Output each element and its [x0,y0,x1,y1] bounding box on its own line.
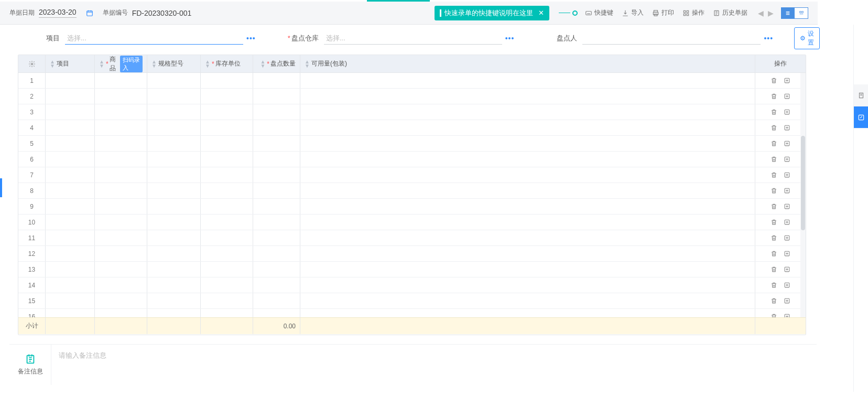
cell-unit[interactable] [201,199,253,214]
delete-icon[interactable] [771,203,777,210]
add-row-icon[interactable] [784,234,790,241]
cell-project[interactable] [46,230,95,245]
cell-project[interactable] [46,120,95,135]
cell-project[interactable] [46,136,95,151]
table-row[interactable]: 3 [18,104,806,120]
operate-button[interactable]: 操作 [682,8,704,17]
add-row-icon[interactable] [784,187,790,194]
cell-qty[interactable] [253,120,300,135]
delete-icon[interactable] [771,187,777,194]
delete-icon[interactable] [771,266,777,273]
cell-qty[interactable] [253,309,300,317]
table-row[interactable]: 5 [18,136,806,152]
cell-product[interactable] [95,73,147,88]
cell-product[interactable] [95,246,147,261]
table-row[interactable]: 8 [18,183,806,199]
table-row[interactable]: 14 [18,277,806,293]
cell-product[interactable] [95,104,147,120]
cell-avail[interactable] [300,89,755,104]
delete-icon[interactable] [771,77,777,84]
cell-project[interactable] [46,215,95,230]
table-row[interactable]: 13 [18,262,806,277]
cell-avail[interactable] [300,293,755,308]
warehouse-more-icon[interactable]: ••• [505,34,515,42]
table-row[interactable]: 4 [18,120,806,136]
nav-prev-icon[interactable]: ◀ [758,9,764,17]
vertical-scrollbar[interactable] [800,73,806,317]
cell-spec[interactable] [147,104,201,120]
table-row[interactable]: 9 [18,199,806,215]
left-tab-stub[interactable] [0,178,2,197]
cell-spec[interactable] [147,120,201,135]
table-row[interactable]: 2 [18,89,806,104]
cell-product[interactable] [95,136,147,151]
cell-qty[interactable] [253,246,300,261]
cell-avail[interactable] [300,230,755,245]
cell-qty[interactable] [253,215,300,230]
cell-unit[interactable] [201,309,253,317]
cell-product[interactable] [95,120,147,135]
delete-icon[interactable] [771,156,777,163]
cell-product[interactable] [95,215,147,230]
add-row-icon[interactable] [784,124,790,131]
cell-unit[interactable] [201,230,253,245]
cell-avail[interactable] [300,246,755,261]
cell-product[interactable] [95,152,147,167]
table-row[interactable]: 6 [18,152,806,167]
cell-unit[interactable] [201,277,253,293]
cell-unit[interactable] [201,89,253,104]
cell-spec[interactable] [147,246,201,261]
cell-product[interactable] [95,167,147,183]
import-button[interactable]: 导入 [622,8,644,17]
cell-qty[interactable] [253,199,300,214]
cell-unit[interactable] [201,246,253,261]
cell-avail[interactable] [300,262,755,277]
cell-project[interactable] [46,293,95,308]
add-row-icon[interactable] [784,250,790,257]
cell-project[interactable] [46,183,95,198]
col-product[interactable]: ▲▼*商品扫码录入 [95,55,147,72]
cell-product[interactable] [95,183,147,198]
cell-spec[interactable] [147,73,201,88]
delete-icon[interactable] [771,124,777,131]
cell-project[interactable] [46,246,95,261]
person-input[interactable] [582,32,761,45]
project-input[interactable] [65,32,243,45]
cell-project[interactable] [46,262,95,277]
delete-icon[interactable] [771,93,777,100]
cell-spec[interactable] [147,230,201,245]
add-row-icon[interactable] [784,140,790,147]
add-row-icon[interactable] [784,172,790,178]
cell-unit[interactable] [201,152,253,167]
table-row[interactable]: 7 [18,167,806,183]
cell-project[interactable] [46,199,95,214]
date-value[interactable]: 2023-03-20 [39,8,77,18]
cell-spec[interactable] [147,215,201,230]
cell-qty[interactable] [253,230,300,245]
cell-spec[interactable] [147,183,201,198]
remarks-input[interactable] [51,345,817,385]
add-row-icon[interactable] [784,282,790,288]
cell-product[interactable] [95,309,147,317]
scan-badge[interactable]: 扫码录入 [120,56,143,72]
cell-avail[interactable] [300,104,755,120]
cell-spec[interactable] [147,152,201,167]
add-row-icon[interactable] [784,219,790,226]
cell-avail[interactable] [300,120,755,135]
table-row[interactable]: 1 [18,73,806,89]
cell-product[interactable] [95,277,147,293]
cell-avail[interactable] [300,277,755,293]
cell-unit[interactable] [201,167,253,183]
delete-icon[interactable] [771,109,777,115]
delete-icon[interactable] [771,234,777,241]
warehouse-input[interactable] [324,32,502,45]
add-row-icon[interactable] [784,297,790,304]
cell-spec[interactable] [147,167,201,183]
cell-unit[interactable] [201,73,253,88]
cell-avail[interactable] [300,73,755,88]
cell-avail[interactable] [300,167,755,183]
col-qty[interactable]: ▲▼*盘点数量 [253,55,300,72]
project-more-icon[interactable]: ••• [246,34,256,42]
cell-project[interactable] [46,152,95,167]
delete-icon[interactable] [771,297,777,304]
